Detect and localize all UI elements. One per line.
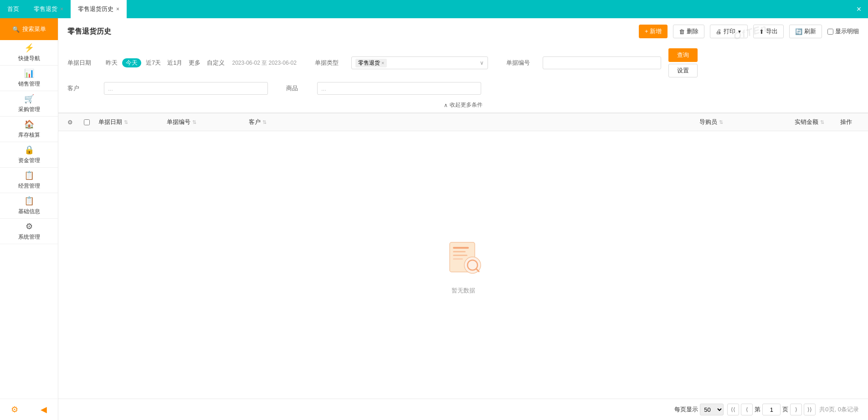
filter-area-wrapper: 单据日期 昨天 今天 近7天 近1月 更多 自定义 2023-06-02 至 2… [67, 44, 859, 113]
table-settings-icon[interactable]: ⚙ [62, 119, 78, 126]
date-7days[interactable]: 近7天 [144, 58, 163, 67]
goods-ellipsis: ... [321, 85, 326, 92]
sort-date-icon: ⇅ [124, 119, 128, 125]
sales-icon: 📊 [24, 68, 34, 78]
delete-button[interactable]: 🗑 删除 [673, 25, 704, 38]
date-range-display: 2023-06-02 至 2023-06-02 [232, 59, 296, 67]
page-size-select: 每页显示 10 20 50 100 [674, 404, 724, 415]
date-filter-label: 单据日期 [67, 59, 104, 67]
customer-select[interactable]: ... [104, 82, 268, 95]
col-amount[interactable]: 实销金额 ⇅ [764, 118, 828, 126]
page-title-bar: 零售退货历史 + 新增 🗑 删除 🖨 打印 ▼ ⬆ 导出 [67, 25, 859, 38]
content-area: 零售退货历史 + 新增 🗑 删除 🖨 打印 ▼ ⬆ 导出 [58, 18, 868, 420]
col-number[interactable]: 单据编号 ⇅ [163, 118, 245, 126]
table-header: ⚙ 单据日期 ⇅ 单据编号 ⇅ 客户 ⇅ 导购员 ⇅ [58, 113, 868, 131]
empty-icon [441, 236, 486, 281]
toolbar: + 新增 🗑 删除 🖨 打印 ▼ ⬆ 导出 🔄 [639, 25, 859, 38]
print-icon: 🖨 [716, 28, 722, 35]
per-page-dropdown[interactable]: 10 20 50 100 [700, 404, 724, 415]
sidebar-item-inventory[interactable]: 🏠 库存核算 [0, 117, 58, 142]
date-custom[interactable]: 自定义 [205, 58, 226, 67]
collapse-button[interactable]: ∧ 收起更多条件 [444, 101, 483, 109]
sidebar-item-basic-info[interactable]: 📋 基础信息 [0, 193, 58, 219]
sort-number-icon: ⇅ [192, 119, 196, 125]
date-1month[interactable]: 近1月 [165, 58, 184, 67]
goods-select[interactable]: ... [317, 82, 481, 95]
filter-row-1: 单据日期 昨天 今天 近7天 近1月 更多 自定义 2023-06-02 至 2… [67, 48, 859, 77]
page-first-button[interactable]: ⟨⟨ [727, 404, 739, 415]
display-toggle-checkbox[interactable] [827, 29, 833, 35]
col-guide[interactable]: 导购员 ⇅ [696, 118, 764, 126]
doc-type-tag: 零售退货 × [355, 59, 387, 67]
doc-type-label: 单据类型 [315, 59, 351, 67]
customer-ellipsis: ... [108, 85, 113, 92]
inventory-icon: 🏠 [24, 119, 34, 129]
settings-bottom-icon[interactable]: ⚙ [11, 405, 18, 415]
sort-customer-icon: ⇅ [262, 119, 267, 125]
operations-icon: 📋 [24, 170, 34, 180]
page-next-button[interactable]: ⟩ [790, 404, 802, 415]
date-yesterday[interactable]: 昨天 [104, 58, 119, 67]
collapse-bar: ∧ 收起更多条件 [67, 99, 859, 113]
svg-rect-4 [453, 258, 463, 260]
sort-amount-icon: ⇅ [820, 119, 824, 125]
tab-bar: 首页 零售退货 × 零售退货历史 × [0, 0, 850, 18]
page-header: 零售退货历史 + 新增 🗑 删除 🖨 打印 ▼ ⬆ 导出 [58, 18, 868, 113]
doc-number-label: 单据编号 [506, 59, 543, 67]
collapse-icon: ∧ [444, 102, 448, 108]
filter-settings-button[interactable]: 设置 [668, 64, 698, 77]
sidebar-item-quick-nav[interactable]: ⚡ 快捷导航 [0, 40, 58, 66]
svg-rect-3 [453, 255, 467, 256]
doc-number-input[interactable] [543, 56, 661, 69]
top-bar: 首页 零售退货 × 零售退货历史 × × [0, 0, 868, 18]
doc-type-tag-close[interactable]: × [381, 60, 384, 66]
tab-retail-return-history[interactable]: 零售退货历史 × [71, 0, 127, 18]
page-prev-button[interactable]: ⟨ [741, 404, 753, 415]
empty-text: 暂无数据 [452, 287, 475, 295]
print-button[interactable]: 🖨 打印 ▼ [710, 25, 748, 38]
sidebar-item-purchase[interactable]: 🛒 采购管理 [0, 91, 58, 117]
refresh-button[interactable]: 🔄 刷新 [789, 25, 822, 38]
collapse-sidebar-icon[interactable]: ◀ [41, 405, 47, 415]
col-customer[interactable]: 客户 ⇅ [245, 118, 696, 126]
tab-home[interactable]: 首页 [0, 0, 26, 18]
col-date[interactable]: 单据日期 ⇅ [95, 118, 163, 126]
refresh-icon: 🔄 [795, 28, 802, 35]
search-icon: 🔍 [12, 26, 20, 33]
date-shortcuts: 昨天 今天 近7天 近1月 更多 自定义 2023-06-02 至 2023-0… [104, 58, 297, 67]
sidebar-item-finance[interactable]: 🔒 资金管理 [0, 142, 58, 168]
table-checkbox-all[interactable] [78, 119, 95, 125]
pagination-bar: 每页显示 10 20 50 100 ⟨⟨ ⟨ 第 页 ⟩ ⟩⟩ 共0页, 0条记… [58, 399, 868, 420]
customer-label: 客户 [67, 84, 104, 92]
page-last-button[interactable]: ⟩⟩ [804, 404, 816, 415]
sidebar-bottom: ⚙ ◀ [0, 399, 58, 420]
filter-row-2: 客户 ... 商品 ... [67, 82, 859, 95]
sidebar-item-system[interactable]: ⚙ 系统管理 [0, 219, 58, 244]
doc-type-dropdown-arrow: ∨ [476, 60, 484, 66]
date-more[interactable]: 更多 [187, 58, 202, 67]
display-toggle[interactable]: 显示明细 [827, 27, 859, 36]
basic-info-icon: 📋 [24, 196, 34, 206]
doc-type-select[interactable]: 零售退货 × ∨ [351, 56, 488, 69]
export-icon: ⬆ [759, 28, 764, 35]
sidebar-item-operations[interactable]: 📋 经营管理 [0, 168, 58, 193]
tab-retail-return[interactable]: 零售退货 × [26, 0, 71, 18]
new-button[interactable]: + 新增 [639, 25, 668, 38]
tab-retail-return-close[interactable]: × [60, 6, 63, 12]
sidebar: 🔍 搜索菜单 ⚡ 快捷导航 📊 销售管理 🛒 采购管理 🏠 库存核算 🔒 资金管… [0, 18, 58, 420]
page-title: 零售退货历史 [67, 27, 111, 36]
svg-rect-1 [453, 247, 469, 249]
delete-icon: 🗑 [679, 28, 685, 35]
filter-area: 单据日期 昨天 今天 近7天 近1月 更多 自定义 2023-06-02 至 2… [67, 44, 859, 113]
tab-retail-return-history-close[interactable]: × [116, 6, 119, 12]
sidebar-search[interactable]: 🔍 搜索菜单 [0, 18, 58, 40]
empty-state: 暂无数据 [58, 131, 868, 399]
quick-nav-icon: ⚡ [24, 43, 34, 53]
window-close-button[interactable]: × [850, 0, 868, 18]
date-today[interactable]: 今天 [122, 58, 141, 67]
sidebar-item-sales[interactable]: 📊 销售管理 [0, 66, 58, 91]
query-button[interactable]: 查询 [668, 48, 698, 62]
goods-label: 商品 [286, 84, 313, 92]
export-button[interactable]: ⬆ 导出 [753, 25, 784, 38]
page-input[interactable] [762, 404, 781, 415]
